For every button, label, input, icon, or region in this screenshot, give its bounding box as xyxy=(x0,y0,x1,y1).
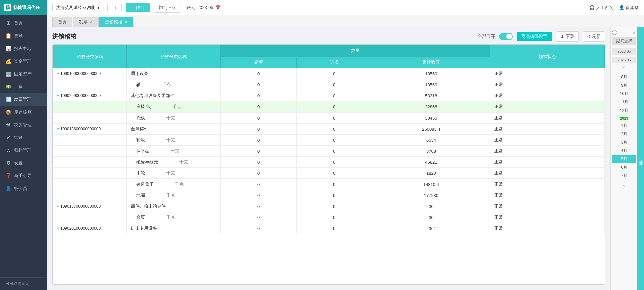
expand-icon[interactable]: ▾ xyxy=(57,127,59,131)
cell-sales: 0 xyxy=(221,124,297,135)
tab-reconcile[interactable]: 进销稽核✕ xyxy=(99,17,133,27)
toggle-label: 全部展开 xyxy=(478,33,495,40)
inventory-icon: 📦 xyxy=(5,109,11,115)
archive-icon: 🗂 xyxy=(5,148,11,153)
product-code-settings-button[interactable]: 商品编码设置 xyxy=(517,32,552,41)
tabbar: 首页发票✕进销稽核✕ xyxy=(47,15,644,27)
sidebar-item-tax[interactable]: 🏛税务管理 xyxy=(0,119,47,131)
cell-total: 250083.4 xyxy=(372,124,490,135)
expand-toggle[interactable] xyxy=(499,33,513,40)
month-item-6月[interactable]: 6月 xyxy=(612,163,636,172)
month-item-3月[interactable]: 3月 xyxy=(612,138,636,147)
funds-icon: 💰 xyxy=(5,58,11,64)
sidebar-item-funds[interactable]: 💰资金管理 xyxy=(0,55,47,68)
month-item-9月[interactable]: 9月 xyxy=(612,81,636,90)
sidebar-item-salary[interactable]: 💵工资 xyxy=(0,80,47,93)
sidebar-item-member[interactable]: 👤畅会员 xyxy=(0,182,47,195)
sidebar-item-assets[interactable]: 🏢固定资产 xyxy=(0,68,47,80)
sidebar-item-inventory[interactable]: 📦库存核算 xyxy=(0,106,47,119)
panel-up-arrow[interactable]: ⌃ xyxy=(612,65,636,72)
period-year-prev[interactable]: 2023.05 xyxy=(612,48,636,55)
reports-icon: 📊 xyxy=(5,46,11,52)
year-label: 2023 xyxy=(612,115,636,122)
download-button[interactable]: ⬇ 下载 xyxy=(556,31,579,42)
month-item-7月[interactable]: 7月 xyxy=(612,172,636,180)
cell-sales: 0 xyxy=(221,135,297,146)
month-item-5月[interactable]: 5月 xyxy=(612,155,636,163)
headset-icon: 🎧 xyxy=(589,5,595,10)
sidebar-label-reports: 报表中心 xyxy=(14,46,32,52)
cell-status: 正常 xyxy=(490,68,604,79)
cell-code: ▾109029900000000000 xyxy=(53,90,127,101)
month-item-2月[interactable]: 2月 xyxy=(612,130,636,138)
sidebar: 畅 畅捷通易代账 ⊞首页📋总账📊报表中心💰资金管理🏢固定资产💵工资🧾发票管理📦库… xyxy=(0,0,47,290)
refresh-icon: ↺ xyxy=(587,34,591,39)
month-item-10月[interactable]: 10月 xyxy=(612,90,636,98)
cell-name: 铸造盖子 千克 xyxy=(127,179,221,190)
sidebar-footer-pin[interactable]: ◀◀取消固定 xyxy=(0,277,47,290)
cell-sales: 0 xyxy=(221,179,297,190)
panel-down-arrow[interactable]: ⌄ xyxy=(612,181,636,189)
search-icon[interactable]: 🔍 xyxy=(145,104,151,109)
data-table-container: 税收分类编码 税收分类名称 数量 预警状态 销项 进项 累计数额 ▾109010 xyxy=(52,44,605,285)
workspace-button[interactable]: 工作台 xyxy=(126,3,150,12)
switch-version-button[interactable]: 切到旧版 xyxy=(154,3,181,13)
tab-close-invoices[interactable]: ✕ xyxy=(90,20,93,24)
cell-sales: 0 xyxy=(221,90,297,101)
tab-invoices[interactable]: 发票✕ xyxy=(73,17,99,27)
cell-sales: 0 xyxy=(221,212,297,223)
sidebar-item-settings[interactable]: ⚙设置 xyxy=(0,157,47,169)
company-selector[interactable]: 沈海英测试经营勿删 ▾ xyxy=(52,3,103,12)
col-header-total: 累计数额 xyxy=(372,57,490,68)
panel-close-button[interactable]: ✕ xyxy=(632,30,636,35)
month-item-12月[interactable]: 12月 xyxy=(612,106,636,115)
panel-expand-button[interactable]: ⛶ xyxy=(612,30,617,35)
cell-purchase: 0 xyxy=(297,146,372,157)
period-year-curr[interactable]: 2023.05 xyxy=(612,57,636,63)
sidebar-item-ledger[interactable]: 📋总账 xyxy=(0,29,47,42)
cell-purchase: 0 xyxy=(297,135,372,146)
cell-total: 2361 xyxy=(372,223,490,234)
tab-home[interactable]: 首页 xyxy=(52,17,72,27)
main-row: 进销稽核 全部展开 商品编码设置 ⬇ 下载 ↺ 刷新 xyxy=(47,27,644,290)
month-item-1月[interactable]: 1月 xyxy=(612,122,636,130)
support-button[interactable]: 🎧 人工咨询 xyxy=(589,5,613,11)
cell-purchase: 0 xyxy=(297,113,372,124)
month-item-8月[interactable]: 8月 xyxy=(612,73,636,81)
tab-label-invoices: 发票 xyxy=(79,19,88,25)
cell-purchase: 0 xyxy=(297,168,372,179)
sidebar-item-reports[interactable]: 📊报表中心 xyxy=(0,42,47,55)
table-row: ▾109029900000000000 其他专用设备及零部件 0 0 53318… xyxy=(53,90,605,101)
outer-panel-toggle[interactable]: 期间选择 xyxy=(637,27,644,290)
sidebar-item-invoices[interactable]: 🧾发票管理 xyxy=(0,93,47,106)
tab-close-reconcile[interactable]: ✕ xyxy=(124,20,128,24)
refresh-button[interactable]: ↺ 刷新 xyxy=(583,31,605,42)
cell-status: 正常 xyxy=(490,201,604,212)
save-draft-button[interactable]: 🗋 xyxy=(107,3,122,12)
expand-icon[interactable]: ▾ xyxy=(57,204,59,209)
cell-total: 13560 xyxy=(372,79,490,90)
cell-sales: 0 xyxy=(221,113,297,124)
cell-name: 轮毂 千克 xyxy=(127,135,221,146)
pin-label: ◀◀取消固定 xyxy=(5,281,30,287)
user-menu[interactable]: 👤 徐泽华 xyxy=(619,5,639,11)
table-row: 轴 千克 0 0 13560 正常 xyxy=(53,79,605,90)
calendar-icon[interactable]: 📅 xyxy=(215,5,221,10)
sidebar-item-home[interactable]: ⊞首页 xyxy=(0,17,47,29)
month-item-4月[interactable]: 4月 xyxy=(612,147,636,155)
expand-icon[interactable]: ▾ xyxy=(57,93,59,98)
expand-icon[interactable]: ▾ xyxy=(57,71,59,76)
sidebar-item-archive[interactable]: 🗂归档管理 xyxy=(0,144,47,157)
month-item-11月[interactable]: 11月 xyxy=(612,98,636,106)
col-header-status: 预警状态 xyxy=(490,45,604,68)
sidebar-label-guide: 新手引导 xyxy=(14,173,32,179)
cell-name: 锻件、粉末冶金件 xyxy=(127,201,221,212)
sidebar-item-guide[interactable]: ❓新手引导 xyxy=(0,169,47,182)
settlement-icon: ✔ xyxy=(5,135,11,141)
cell-purchase: 0 xyxy=(297,190,372,201)
expand-icon[interactable]: ▾ xyxy=(57,226,59,231)
cell-code xyxy=(53,190,127,201)
sidebar-item-settlement[interactable]: ✔结账 xyxy=(0,131,47,144)
cell-name: 抹平盘 千克 xyxy=(127,146,221,157)
table-row: 托板 千克 0 0 30450 正常 xyxy=(53,113,605,124)
